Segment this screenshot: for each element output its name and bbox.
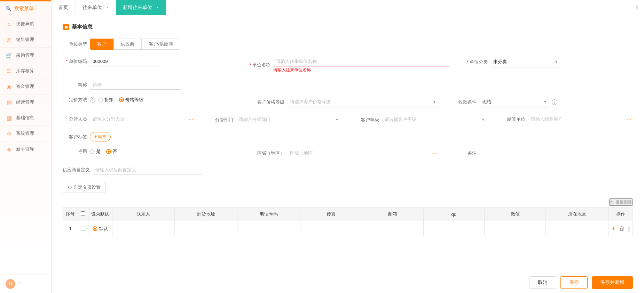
unit-category-select[interactable]: 未分类 ▾ — [490, 57, 560, 67]
row-delete-btn[interactable]: 🗑 — [619, 226, 625, 231]
sidebar-item-guide[interactable]: ◈ 新手引导 — [0, 141, 51, 157]
sidebar-item-finance[interactable]: ◉ 资金管理 — [0, 79, 51, 95]
tab-partners-close[interactable]: × — [106, 5, 109, 10]
settlement-unit-input[interactable] — [528, 114, 623, 124]
pricing-help-icon[interactable]: ? — [90, 97, 95, 103]
tab-home[interactable]: 首页 — [52, 0, 76, 15]
customer-tag-group: 客户标签 + 标签 — [63, 132, 633, 141]
customer-price-level-select[interactable]: 请选择客户价格等级 ▾ — [287, 97, 438, 107]
payment-terms-value: 现结 — [482, 99, 491, 105]
cell-wechat[interactable] — [484, 221, 546, 236]
section-title: ▣ 基本信息 — [63, 24, 633, 30]
sidebar-item-label: 新手引导 — [16, 146, 34, 152]
manager-more-btn[interactable]: ··· — [187, 116, 195, 122]
sidebar-item-operations[interactable]: ▤ 经营管理 — [0, 95, 51, 110]
payment-help-icon[interactable]: ? — [552, 99, 557, 105]
cell-action: + 🗑 — [609, 221, 633, 236]
contact-input[interactable] — [115, 224, 172, 233]
batch-delete-area: 🗑 批量删除 — [63, 198, 633, 206]
code-name-category-row: 单位编码 单位名称 请输入往来单位名称 单位分类 未分类 ▾ — [63, 57, 633, 73]
save-new-button[interactable]: 保存并新增 — [592, 276, 633, 289]
unit-name-input[interactable] — [273, 57, 449, 66]
sidebar-search[interactable]: 🔍 搜索菜单 — [0, 1, 51, 16]
phone-input[interactable] — [240, 224, 297, 233]
customer-level-label: 客户等级 — [355, 117, 379, 123]
save-button[interactable]: 保存 — [560, 276, 588, 289]
address-input[interactable] — [178, 224, 235, 233]
custom-settings-button[interactable]: ⚙ 自定义项设置 — [63, 182, 106, 193]
payment-terms-select[interactable]: 现结 ▾ — [479, 97, 549, 107]
remark-input[interactable] — [479, 148, 633, 158]
unit-type-both-btn[interactable]: 客户/供应商 — [142, 39, 180, 50]
batch-delete-button[interactable]: 🗑 批量删除 — [609, 198, 633, 206]
fax-input[interactable] — [303, 224, 359, 233]
form-content: ▣ 基本信息 单位类型 客户 供应商 客户/供应商 单位编码 — [52, 15, 644, 272]
col-check — [78, 207, 88, 221]
cell-qq[interactable] — [423, 221, 484, 236]
select-all-checkbox[interactable] — [81, 211, 85, 216]
sidebar-item-inventory[interactable]: ☷ 库存核算 — [0, 63, 51, 79]
cell-contact[interactable] — [112, 221, 175, 236]
unit-type-customer-btn[interactable]: 客户 — [90, 39, 113, 50]
row-default-radio[interactable]: 默认 — [91, 226, 109, 232]
qq-input[interactable] — [426, 224, 481, 233]
pricing-radio-price-level[interactable]: 价格等级 — [119, 97, 143, 103]
region-row-input[interactable] — [549, 224, 606, 233]
sidebar-item-system[interactable]: ⚙ 系统管理 — [0, 126, 51, 141]
sidebar-search-label: 搜索菜单 — [14, 6, 34, 12]
email-input[interactable] — [365, 224, 421, 233]
unit-name-error: 请输入往来单位名称 — [273, 67, 449, 73]
close-all-tabs[interactable]: × — [630, 0, 644, 15]
cell-check[interactable] — [78, 221, 88, 236]
wechat-input[interactable] — [487, 224, 543, 233]
sidebar-item-purchase[interactable]: 🛒 采购管理 — [0, 48, 51, 63]
chevron-down-icon3: ▾ — [544, 99, 546, 104]
cancel-button[interactable]: 取消 — [529, 276, 556, 289]
row-checkbox[interactable] — [81, 226, 85, 230]
sidebar-item-label: 基础信息 — [16, 115, 34, 121]
settlement-more-btn[interactable]: ··· — [626, 116, 633, 122]
manager-row: 分管人员 ··· 分管部门 请输入分管部门 ▾ 客户等级 请选择客户等级 ▾ — [63, 114, 633, 125]
tab-partners[interactable]: 往来单位 × — [76, 0, 116, 15]
supplier-custom-input[interactable] — [93, 165, 202, 175]
region-input[interactable] — [287, 148, 428, 158]
delete-icon: 🗑 — [610, 200, 614, 205]
disabled-radio-yes[interactable]: 是 — [90, 148, 101, 155]
cell-address[interactable] — [174, 221, 237, 236]
short-name-label: 简称 — [63, 82, 87, 88]
manager-input[interactable] — [90, 114, 184, 124]
pricing-radio-discount[interactable]: 折扣 — [98, 97, 113, 103]
contacts-table: 序号 设为默认 联系人 到货地址 电话号码 传真 邮箱 qq 微信 所在地区 操… — [63, 207, 633, 236]
row-add-btn[interactable]: + — [612, 225, 615, 232]
pricing-radio-group: 折扣 价格等级 — [98, 97, 143, 103]
row-default-label: 默认 — [99, 226, 108, 232]
disabled-radio-no[interactable]: 否 — [106, 148, 117, 155]
department-select[interactable]: 请输入分管部门 ▾ — [236, 114, 341, 125]
supplier-custom-row: 供应商自定义 — [63, 165, 633, 175]
unit-code-input[interactable] — [90, 57, 159, 66]
unit-code-group: 单位编码 — [63, 57, 232, 66]
menu-expand-icon[interactable]: ≡ — [18, 280, 22, 288]
add-tag-button[interactable]: + 标签 — [90, 132, 111, 141]
cell-fax[interactable] — [300, 221, 362, 236]
cell-email[interactable] — [362, 221, 423, 236]
sidebar-item-quick-nav[interactable]: ⌂ 快捷导航 — [0, 16, 51, 32]
col-email: 邮箱 — [362, 207, 423, 221]
sidebar-item-label: 销售管理 — [16, 36, 34, 43]
search-icon: 🔍 — [6, 6, 11, 11]
unit-type-supplier-btn[interactable]: 供应商 — [113, 39, 142, 50]
short-name-input[interactable] — [90, 80, 181, 90]
sidebar-item-sales[interactable]: ◎ 销售管理 — [0, 32, 51, 48]
region-more-btn[interactable]: ··· — [431, 150, 438, 156]
cell-phone[interactable] — [237, 221, 300, 236]
table-header-row: 序号 设为默认 联系人 到货地址 电话号码 传真 邮箱 qq 微信 所在地区 操… — [63, 207, 633, 221]
tab-new-partner[interactable]: 新增往来单位 × — [116, 0, 166, 15]
cell-region[interactable] — [546, 221, 609, 236]
disabled-region-row: 停用 是 否 区域（地区） — [63, 148, 633, 158]
customer-level-select[interactable]: 请选择客户等级 ▾ — [382, 114, 487, 125]
col-address: 到货地址 — [174, 207, 237, 221]
settlement-unit-label: 结算单位 — [501, 116, 525, 122]
sidebar-item-basics[interactable]: ▦ 基础信息 — [0, 110, 51, 126]
tab-new-partner-close[interactable]: × — [156, 5, 159, 10]
customer-tag-row: 客户标签 + 标签 — [63, 132, 633, 141]
